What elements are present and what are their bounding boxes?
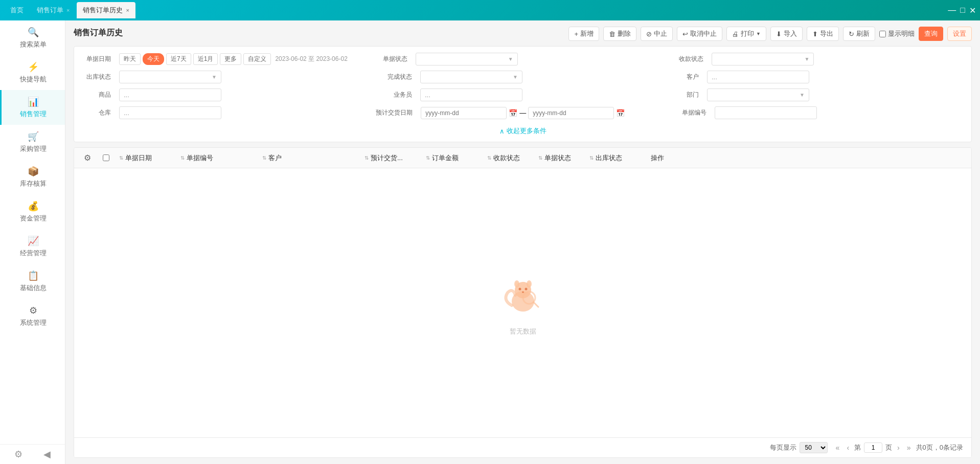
print-button[interactable]: 🖨 打印 ▼ (726, 27, 766, 41)
page-next-btn[interactable]: › (895, 443, 902, 453)
top-bar: 首页 销售订单 × 销售订单历史 × — □ ✕ (0, 0, 980, 20)
collapse-button[interactable]: ∧ 收起更多条件 (499, 124, 546, 136)
delivery-date-to[interactable] (528, 107, 614, 119)
th-warehouse-label: 出库状态 (596, 153, 622, 163)
table-settings-btn[interactable]: ⚙ (78, 153, 97, 163)
sidebar-item-basic-info[interactable]: 📋 基础信息 (0, 264, 65, 299)
sort-icon-status[interactable]: ⇅ (538, 155, 542, 161)
th-customer: ⇅ 客户 (258, 153, 360, 163)
svg-point-6 (518, 288, 521, 291)
inventory-check-icon: 📦 (28, 166, 39, 177)
close-icon[interactable]: ✕ (969, 6, 976, 15)
import-button[interactable]: ⬇ 导入 (770, 27, 803, 41)
page-last-btn[interactable]: » (905, 443, 913, 453)
customer-select[interactable]: ... (707, 71, 809, 83)
th-receipt-label: 收款状态 (493, 153, 520, 163)
sort-icon-num[interactable]: ⇅ (180, 155, 185, 161)
filter-row-1: 单据日期 昨天 今天 近7天 近1月 更多 自定义 2023-06-02 至 2… (82, 53, 963, 65)
dept-field: ▼ (707, 89, 963, 101)
tab-sales-order-history[interactable]: 销售订单历史 × (77, 2, 135, 18)
tab-home-label: 首页 (10, 6, 24, 15)
cancel-stop-button[interactable]: ↩ 取消中止 (677, 27, 722, 41)
sidebar-item-basic-info-label: 基础信息 (20, 283, 47, 293)
sort-icon-customer[interactable]: ⇅ (262, 155, 266, 161)
main-layout: 🔍 搜索菜单 ⚡ 快捷导航 📊 销售管理 🛒 采购管理 📦 库存核算 💰 资金管… (0, 20, 980, 464)
th-date: ⇅ 单据日期 (115, 153, 176, 163)
display-detail-checkbox-wrap: 显示明细 (879, 29, 915, 38)
sort-icon-receipt[interactable]: ⇅ (487, 155, 491, 161)
settings-button[interactable]: 设置 (947, 27, 972, 41)
date-btn-more[interactable]: 更多 (220, 53, 241, 65)
page-prev-btn[interactable]: ‹ (845, 443, 851, 453)
minimize-icon[interactable]: — (948, 6, 956, 15)
content-area: 销售订单历史 + 新增 🗑 删除 ⊘ 中止 ↩ (65, 20, 980, 464)
delete-button[interactable]: 🗑 删除 (603, 27, 636, 41)
tab-sales-order[interactable]: 销售订单 × (31, 2, 76, 18)
doc-num-input[interactable] (715, 106, 817, 119)
sidebar-item-ops-mgmt[interactable]: 📈 经营管理 (0, 229, 65, 264)
status-select[interactable]: ▼ (416, 53, 518, 65)
receipt-status-select[interactable]: ▼ (712, 53, 814, 65)
add-button[interactable]: + 新增 (568, 27, 599, 41)
filter-row-4: 仓库 ... 预计交货日期 📅 — 📅 (82, 106, 963, 119)
query-button[interactable]: 查询 (919, 27, 943, 41)
query-label: 查询 (924, 29, 938, 38)
salesperson-select[interactable]: ... (420, 89, 522, 101)
print-icon: 🖨 (732, 30, 739, 38)
date-btn-today[interactable]: 今天 (143, 53, 164, 65)
sidebar-item-quick-nav[interactable]: ⚡ 快捷导航 (0, 55, 65, 90)
select-all-checkbox[interactable] (103, 154, 109, 161)
collapse-label: 收起更多条件 (507, 126, 546, 136)
sort-icon-warehouse[interactable]: ⇅ (589, 155, 594, 161)
page-input[interactable] (864, 443, 882, 453)
table-area: ⚙ ⇅ 单据日期 ⇅ 单据编号 ⇅ 客户 (74, 147, 972, 458)
date-btn-last7[interactable]: 近7天 (166, 53, 191, 65)
warehouse-select[interactable]: ... (119, 106, 221, 119)
sidebar-settings-btn[interactable]: ⚙ (14, 449, 22, 460)
stop-label: 中止 (654, 29, 667, 38)
per-page-select[interactable]: 50 100 200 (800, 442, 828, 453)
sort-icon-delivery[interactable]: ⇅ (364, 155, 369, 161)
tab-home[interactable]: 首页 (4, 2, 30, 18)
sidebar-item-search-menu[interactable]: 🔍 搜索菜单 (0, 20, 65, 55)
sidebar-item-sales-mgmt[interactable]: 📊 销售管理 (0, 90, 65, 125)
tab-sales-order-close[interactable]: × (66, 7, 70, 13)
status-select-placeholder (420, 55, 422, 63)
delivery-date-from[interactable] (421, 107, 507, 119)
sidebar-item-sys-mgmt-label: 系统管理 (20, 318, 47, 327)
svg-line-10 (534, 302, 538, 307)
page-first-btn[interactable]: « (834, 443, 842, 453)
calendar-from-icon[interactable]: 📅 (509, 109, 517, 117)
per-page-selector: 每页显示 50 100 200 (770, 442, 828, 453)
export-button[interactable]: ⬆ 导出 (807, 27, 839, 41)
sidebar-collapse-btn[interactable]: ◀ (43, 449, 51, 460)
tab-sales-order-history-close[interactable]: × (126, 7, 129, 13)
sort-icon-amount[interactable]: ⇅ (426, 155, 430, 161)
refresh-button[interactable]: ↻ 刷新 (843, 27, 875, 41)
complete-status-select[interactable]: ▼ (420, 71, 522, 83)
sidebar-item-sys-mgmt[interactable]: ⚙ 系统管理 (0, 299, 65, 334)
delete-icon: 🗑 (609, 30, 616, 38)
warehouse-status-select[interactable]: ▼ (119, 71, 221, 83)
date-label: 单据日期 (82, 55, 111, 63)
stop-button[interactable]: ⊘ 中止 (641, 27, 673, 41)
goods-select[interactable]: ... (119, 89, 221, 101)
date-btn-last1month[interactable]: 近1月 (193, 53, 218, 65)
sidebar-item-inventory-check[interactable]: 📦 库存核算 (0, 160, 65, 194)
settings-label: 设置 (953, 29, 966, 38)
maximize-icon[interactable]: □ (960, 6, 965, 15)
display-detail-checkbox[interactable] (879, 31, 886, 37)
import-icon: ⬇ (776, 30, 782, 38)
sidebar-item-purchase-mgmt[interactable]: 🛒 采购管理 (0, 125, 65, 160)
dept-select[interactable]: ▼ (707, 89, 809, 101)
table-select-all[interactable] (97, 154, 115, 161)
sort-icon-date[interactable]: ⇅ (119, 155, 123, 161)
sidebar-bottom: ⚙ ◀ (0, 444, 65, 464)
warehouse-field: ... (119, 106, 368, 119)
sidebar-item-funds-mgmt[interactable]: 💰 资金管理 (0, 194, 65, 229)
calendar-to-icon[interactable]: 📅 (616, 109, 625, 117)
warehouse-dots: ... (124, 109, 129, 117)
date-btn-custom[interactable]: 自定义 (243, 53, 271, 65)
svg-point-5 (528, 282, 531, 287)
date-btn-yesterday[interactable]: 昨天 (119, 53, 141, 65)
